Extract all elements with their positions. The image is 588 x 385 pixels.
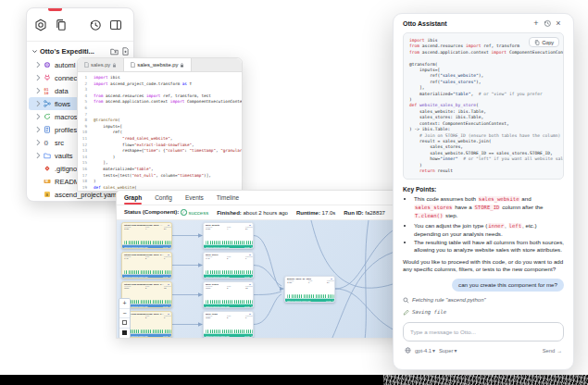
assistant-code-block: Copy import ibisfrom ascend.resources im… [403, 32, 564, 180]
noise-strip [383, 375, 588, 385]
yaml-icon: a [43, 191, 52, 198]
chevron-down-icon [31, 48, 38, 55]
key-points-title: Key Points: [403, 186, 564, 192]
chevron-right-icon [36, 61, 43, 68]
zoom-out-button[interactable]: − [119, 309, 130, 319]
check-circle-icon: ✓ [181, 209, 187, 216]
assistant-conversation: Copy import ibisfrom ascend.resources im… [394, 32, 573, 369]
line-numbers: 12345678910111213141516171819 [78, 72, 90, 192]
assistant-title: Otto Assistant [403, 20, 531, 27]
graph-node-sales_orders[interactable]: sales_orders▤ ⋮Records860KTests3Partitio… [203, 281, 254, 308]
pipeline-window: Graph Config Events Timeline Status (Com… [116, 190, 412, 339]
otto-assistant-panel: Otto Assistant + × Copy import ibisfrom … [393, 13, 574, 370]
new-file-icon[interactable] [121, 47, 130, 56]
chevron-right-icon [36, 100, 43, 107]
chevron-right-icon [36, 87, 43, 94]
key-points-list: This code assumes both sales_website and… [403, 195, 564, 255]
zoom-toolbar: + − [119, 298, 131, 339]
editor-tabbar: sales.py sales_website.py [78, 58, 242, 72]
tab-timeline[interactable]: Timeline [217, 192, 239, 205]
project-name: Otto's Expediti... [40, 47, 110, 56]
finished-value: about 2 hours ago [244, 210, 288, 216]
mode-selector[interactable]: Super▾ [439, 348, 457, 354]
finished-label: Finished: [217, 210, 242, 216]
tab-events[interactable]: Events [185, 192, 204, 205]
folder-icon [43, 152, 52, 159]
minimap-button[interactable] [119, 329, 130, 339]
files-icon[interactable] [53, 17, 69, 32]
chevron-down-icon: ▾ [432, 348, 435, 354]
file-icon [84, 62, 89, 68]
tab-graph[interactable]: Graph [124, 192, 142, 205]
graph-node-extract-load-snowflake/read_sales_stores[interactable]: extract-load-snowflake/read_sales_stores… [121, 252, 172, 279]
pipeline-tabbar: Graph Config Events Timeline [117, 191, 411, 205]
activity-sparkline [206, 300, 252, 304]
activity-sparkline [287, 294, 333, 298]
chat-input[interactable] [403, 322, 564, 342]
assistant-footer: gpt-4.1▾ Super▾ Send→ [403, 342, 564, 360]
git-icon [43, 165, 52, 172]
plug-icon [43, 74, 52, 81]
chevron-right-icon [36, 126, 43, 133]
key-point: You can adjust the join type (inner, lef… [414, 222, 564, 238]
chevron-right-icon [36, 152, 43, 159]
close-icon[interactable]: × [553, 19, 564, 28]
doc-icon [43, 126, 52, 133]
key-point: This code assumes both sales_website and… [414, 195, 564, 219]
copy-button[interactable]: Copy [529, 37, 559, 47]
run-id-label: Run ID: [344, 210, 363, 216]
activity-sparkline [124, 300, 170, 304]
activity-sparkline [206, 270, 252, 274]
history-icon[interactable] [542, 19, 553, 28]
send-arrow-icon: → [557, 348, 562, 354]
model-selector[interactable]: gpt-4.1▾ [415, 348, 435, 354]
gear-icon [43, 61, 52, 68]
tab-sales-py[interactable]: sales.py [78, 58, 124, 71]
svg-text:{}: {} [44, 140, 49, 145]
history-icon[interactable] [87, 17, 103, 32]
graph-node-sales_stores[interactable]: sales_stores▤ ⋮Records1.4KTests2Partitio… [203, 252, 254, 279]
graph-node-sales_items[interactable]: sales_items▤ ⋮Records312KTests2Partition… [203, 311, 254, 338]
lock-icon [112, 63, 117, 68]
binary-icon: 0110 [43, 87, 52, 94]
key-point: The resulting table will have all column… [414, 239, 564, 254]
new-folder-icon[interactable] [110, 47, 119, 56]
activity-sparkline [206, 241, 252, 244]
zoom-in-button[interactable]: + [119, 299, 130, 309]
status-badge: ✓success [181, 209, 208, 216]
graph-node-sales_website[interactable]: sales_website▤ ⋮Records2.1MTests4Partiti… [203, 222, 254, 249]
assistant-question: Would you like to proceed with this code… [403, 258, 564, 273]
graph-node-extract-load-snowflake/read_sales_website[interactable]: extract-load-snowflake/read_sales_websit… [121, 222, 172, 249]
activity-sparkline [206, 329, 252, 333]
activity-sparkline [124, 270, 170, 274]
chevron-right-icon [36, 113, 43, 120]
chevron-down-icon: ▾ [454, 348, 457, 354]
panel-right-icon[interactable] [107, 17, 123, 32]
chevron-right-icon [36, 139, 43, 146]
project-root-row[interactable]: Otto's Expediti... [27, 44, 133, 57]
new-chat-icon[interactable]: + [531, 19, 542, 28]
explorer-toolbar [27, 8, 133, 42]
activity-sparkline [124, 241, 170, 244]
graph-node-website_sales_by_store[interactable]: website_sales_by_store▤ ⋮Records2.1MTest… [284, 276, 335, 303]
markdown-icon: M [43, 178, 52, 185]
fit-view-button[interactable] [119, 318, 130, 329]
runtime-label: Runtime: [296, 210, 320, 216]
globe-icon [405, 347, 411, 354]
graph-canvas[interactable]: extract-load-snowflake/read_sales_websit… [117, 220, 411, 339]
pencil-icon [403, 309, 409, 316]
tab-config[interactable]: Config [155, 192, 172, 205]
search-icon [403, 297, 409, 304]
hexagon-gear-icon[interactable] [32, 17, 48, 32]
tab-sales-website-py[interactable]: sales_website.py [124, 58, 192, 71]
user-message-bubble: can you create this component for me? [452, 279, 564, 292]
desktop: Otto's Expediti... automlconnections0110… [0, 0, 588, 385]
file-icon [131, 62, 135, 68]
copy-icon [534, 40, 540, 45]
send-button[interactable]: Send→ [543, 348, 562, 354]
svg-text:M: M [45, 180, 48, 183]
active-tool-indicator [48, 8, 62, 11]
runtime-value: 17.0s [322, 210, 336, 216]
activity-saving-file: Saving file [403, 309, 564, 316]
editor-code[interactable]: import ibisimport ascend_project_code.tr… [90, 72, 242, 192]
